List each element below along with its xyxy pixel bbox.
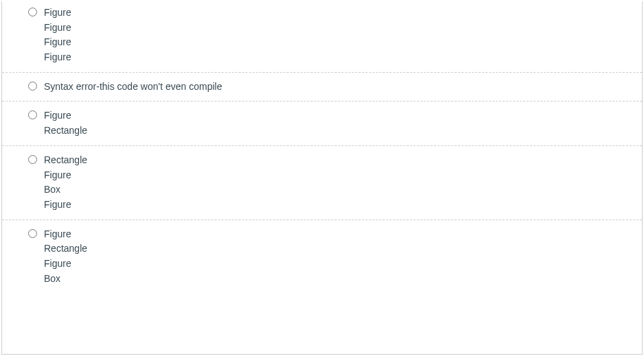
radio-option-1[interactable] — [28, 8, 37, 16]
option-content: Figure Rectangle — [44, 108, 628, 138]
option-text-line: Rectangle — [44, 123, 628, 139]
question-options-panel: Figure Figure Figure Figure Syntax error… — [1, 1, 643, 355]
option-content: Figure Figure Figure Figure — [44, 5, 628, 65]
option-text-line: Rectangle — [44, 241, 628, 257]
answer-option[interactable]: Figure Figure Figure Figure — [2, 1, 642, 72]
option-text-line: Figure — [44, 5, 628, 21]
radio-option-5[interactable] — [28, 229, 37, 238]
option-text-line: Figure — [44, 227, 628, 242]
answer-option[interactable]: Rectangle Figure Box Figure — [2, 145, 642, 219]
option-text-line: Figure — [44, 35, 628, 50]
option-text-line: Figure — [44, 168, 628, 183]
option-text-line: Figure — [44, 21, 628, 36]
radio-option-2[interactable] — [28, 82, 37, 91]
option-text-line: Box — [44, 182, 628, 198]
option-text-line: Figure — [44, 50, 628, 65]
option-text-line: Figure — [44, 108, 628, 123]
option-text-line: Figure — [44, 198, 628, 213]
option-text-line: Rectangle — [44, 153, 628, 168]
radio-option-4[interactable] — [28, 155, 37, 164]
answer-option[interactable]: Figure Rectangle — [2, 101, 642, 145]
radio-option-3[interactable] — [28, 110, 37, 119]
option-text-line: Box — [44, 272, 628, 287]
option-text-line: Syntax error-this code won't even compil… — [44, 80, 628, 95]
option-content: Rectangle Figure Box Figure — [44, 153, 628, 213]
answer-option[interactable]: Figure Rectangle Figure Box — [2, 219, 642, 294]
option-content: Figure Rectangle Figure Box — [44, 227, 628, 287]
option-text-line: Figure — [44, 257, 628, 272]
option-content: Syntax error-this code won't even compil… — [44, 80, 628, 95]
answer-option[interactable]: Syntax error-this code won't even compil… — [2, 72, 642, 102]
